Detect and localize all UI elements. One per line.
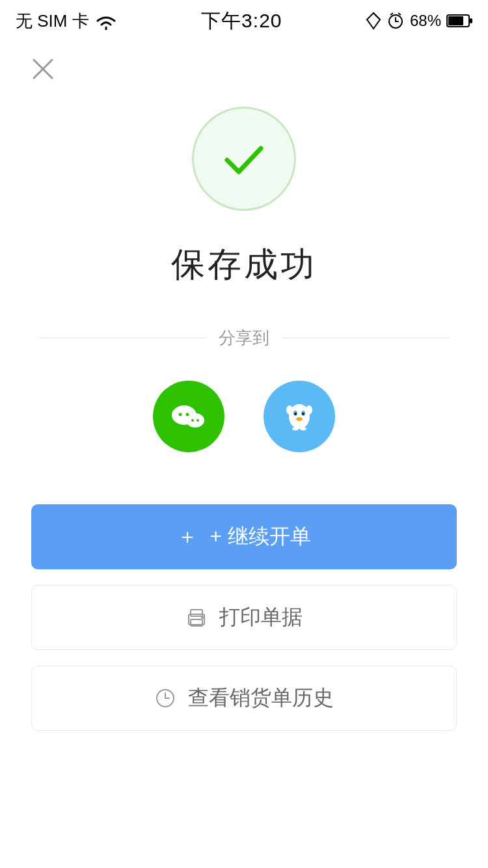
svg-point-25 (300, 427, 306, 430)
success-title: 保存成功 (171, 242, 317, 288)
svg-point-23 (296, 417, 303, 421)
svg-point-14 (191, 419, 194, 422)
close-button[interactable] (26, 52, 60, 86)
checkmark-icon (218, 133, 270, 185)
no-sim-label: 无 SIM 卡 (16, 10, 89, 33)
action-buttons: ＋ + 继续开单 打印单据 (0, 504, 488, 731)
success-circle (192, 107, 296, 211)
continue-label: + 继续开单 (210, 522, 311, 551)
plus-icon: ＋ (177, 522, 198, 551)
svg-point-29 (201, 616, 204, 619)
alarm-icon (386, 12, 405, 30)
clock-icon (154, 687, 176, 709)
svg-point-18 (306, 405, 312, 414)
print-button[interactable]: 打印单据 (31, 585, 457, 650)
status-time: 下午3:20 (201, 8, 282, 34)
location-icon (366, 12, 381, 30)
svg-point-15 (197, 419, 199, 422)
share-label: 分享到 (219, 327, 269, 349)
status-bar: 无 SIM 卡 下午3:20 68% (0, 0, 488, 42)
share-divider: 分享到 (0, 327, 488, 349)
wechat-icon (168, 396, 210, 438)
svg-point-20 (294, 413, 297, 415)
battery-label: 68% (410, 12, 441, 30)
svg-point-22 (302, 413, 305, 415)
status-left: 无 SIM 卡 (16, 10, 118, 33)
svg-point-13 (185, 413, 189, 416)
printer-icon (185, 606, 208, 629)
continue-button[interactable]: ＋ + 继续开单 (31, 504, 457, 569)
svg-line-3 (390, 13, 393, 15)
divider-line-right (282, 338, 449, 338)
svg-point-12 (178, 413, 182, 416)
svg-point-11 (186, 413, 204, 427)
svg-rect-6 (448, 16, 463, 25)
wifi-icon (94, 12, 118, 30)
battery-icon (446, 14, 472, 28)
svg-point-24 (292, 427, 299, 430)
share-icons (153, 381, 335, 452)
status-right: 68% (366, 12, 472, 30)
svg-line-4 (398, 13, 401, 15)
svg-rect-7 (470, 18, 472, 23)
svg-point-17 (286, 405, 293, 414)
divider-line-left (39, 338, 206, 338)
wechat-share-button[interactable] (153, 381, 224, 452)
history-label: 查看销货单历史 (188, 684, 334, 712)
print-label: 打印单据 (219, 603, 303, 632)
history-button[interactable]: 查看销货单历史 (31, 666, 457, 731)
svg-rect-28 (191, 610, 202, 616)
main-content: 保存成功 分享到 (0, 42, 488, 731)
qq-icon (278, 396, 321, 438)
qq-share-button[interactable] (264, 381, 335, 452)
